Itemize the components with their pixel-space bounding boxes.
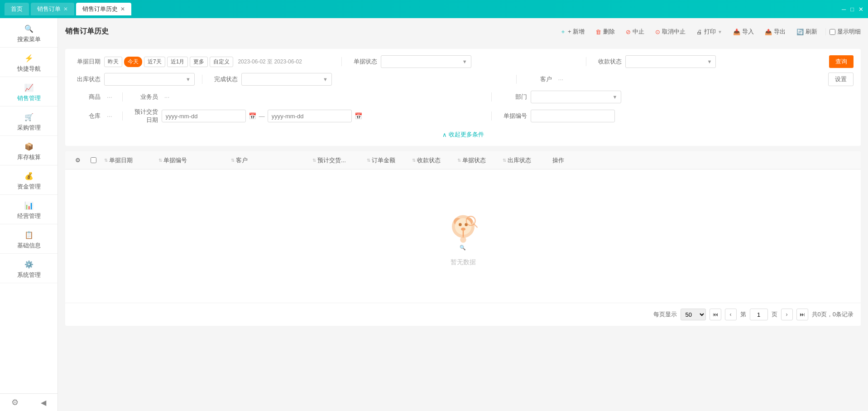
department-label: 部门 (499, 93, 531, 101)
docno-section: 单据编号 (499, 110, 854, 122)
outbound-status-label: 出库状态 (72, 75, 104, 83)
toolbar-divider (825, 28, 826, 35)
next-page-btn[interactable]: › (781, 309, 793, 320)
th-customer[interactable]: ⇅ 客户 (227, 156, 309, 164)
th-status[interactable]: ⇅ 单据状态 (454, 156, 499, 164)
settings-btn[interactable]: 设置 (828, 73, 854, 86)
svg-point-8 (460, 237, 466, 242)
select-all-checkbox[interactable] (91, 157, 96, 163)
delivery-date-label: 预计交货日期 (130, 108, 162, 124)
sidebar-item-inventory[interactable]: 📦 库存核算 (0, 136, 58, 165)
th-date[interactable]: ⇅ 单据日期 (101, 156, 155, 164)
delivery-date-to[interactable] (268, 110, 352, 122)
filter-sep-8 (491, 111, 492, 121)
window-actions: ─ □ ✕ (842, 6, 863, 13)
th-customer-label: 客户 (236, 156, 248, 164)
salesperson-btn[interactable]: ··· (162, 92, 173, 102)
delete-icon: 🗑 (595, 29, 601, 35)
docno-input[interactable] (531, 110, 615, 122)
receipt-status-select[interactable]: ▼ (625, 55, 716, 68)
filter-sep-1 (341, 57, 342, 66)
stop-label: 中止 (633, 28, 644, 36)
page-input[interactable] (750, 309, 768, 320)
tab-sales-order-history[interactable]: 销售订单历史 ✕ (76, 3, 131, 15)
stop-btn[interactable]: ⊘ 中止 (621, 25, 649, 38)
sidebar-collapse-btn[interactable]: ◀ (41, 398, 46, 407)
th-receipt[interactable]: ⇅ 收款状态 (408, 156, 454, 164)
outbound-status-select[interactable]: ▼ (104, 73, 195, 86)
sidebar-item-search[interactable]: 🔍 搜索菜单 (0, 18, 58, 48)
date-btn-1month[interactable]: 近1月 (167, 57, 188, 67)
th-checkbox[interactable] (86, 157, 101, 163)
sidebar-settings-btn[interactable]: ⚙ (11, 397, 19, 407)
per-page-select[interactable]: 50 100 200 (681, 309, 706, 320)
tab-home[interactable]: 首页 (5, 3, 29, 15)
th-docno[interactable]: ⇅ 单据编号 (155, 156, 227, 164)
sidebar-item-sales[interactable]: 📈 销售管理 (0, 77, 58, 106)
filter-sep-7 (122, 111, 123, 121)
customer-btn[interactable]: ··· (556, 75, 566, 84)
product-btn[interactable]: ··· (104, 92, 115, 102)
main-layout: 🔍 搜索菜单 ⚡ 快捷导航 📈 销售管理 🛒 采购管理 📦 库存核算 💰 资金管… (0, 18, 868, 411)
filter-row-4: 仓库 ··· 预计交货日期 📅 — 📅 单据编号 (72, 108, 854, 124)
completion-status-select[interactable]: ▼ (241, 73, 332, 86)
maximize-btn[interactable]: □ (850, 6, 854, 13)
sidebar-bottom: ⚙ ◀ (0, 393, 58, 411)
tab-sales-order-close[interactable]: ✕ (63, 6, 68, 12)
export-btn[interactable]: 📤 导出 (760, 25, 790, 38)
th-action: 操作 (549, 156, 856, 164)
delete-btn[interactable]: 🗑 删除 (591, 25, 619, 38)
department-arrow: ▼ (612, 94, 617, 100)
sidebar-item-finance[interactable]: 💰 资金管理 (0, 165, 58, 195)
tab-sales-order[interactable]: 销售订单 ✕ (31, 3, 74, 15)
calendar-icon-from[interactable]: 📅 (249, 112, 256, 120)
th-amount[interactable]: ⇅ 订单金额 (363, 156, 408, 164)
tab-sales-order-history-close[interactable]: ✕ (120, 6, 125, 12)
print-arrow: ▼ (718, 29, 722, 34)
th-outbound[interactable]: ⇅ 出库状态 (499, 156, 549, 164)
svg-line-11 (474, 224, 477, 227)
last-page-btn[interactable]: ⏭ (796, 309, 808, 320)
date-btn-custom[interactable]: 自定义 (210, 57, 233, 67)
minimize-btn[interactable]: ─ (842, 6, 846, 13)
prev-page-btn[interactable]: ‹ (725, 309, 737, 320)
delivery-date-from[interactable] (162, 110, 246, 122)
collapse-more-btn[interactable]: ∧ 收起更多条件 (72, 129, 854, 140)
tab-bar: 首页 销售订单 ✕ 销售订单历史 ✕ (5, 3, 842, 15)
print-btn[interactable]: 🖨 打印 ▼ (692, 25, 727, 38)
query-btn[interactable]: 查询 (829, 55, 854, 68)
display-detail-input[interactable] (830, 29, 835, 35)
display-detail-label: 显示明细 (837, 28, 861, 36)
empty-illustration: 🔍 (441, 206, 486, 251)
sidebar-item-operations[interactable]: 📊 经营管理 (0, 195, 58, 224)
new-btn[interactable]: ＋ + 新增 (556, 25, 589, 38)
import-btn[interactable]: 📥 导入 (729, 25, 758, 38)
sidebar-item-purchase[interactable]: 🛒 采购管理 (0, 106, 58, 136)
department-select[interactable]: ▼ (531, 91, 621, 103)
sidebar-item-system[interactable]: ⚙️ 系统管理 (0, 254, 58, 283)
close-btn[interactable]: ✕ (858, 6, 863, 13)
status-select[interactable]: ▼ (381, 55, 471, 68)
th-outbound-label: 出库状态 (508, 156, 531, 164)
display-detail-checkbox[interactable]: 显示明细 (830, 28, 861, 36)
warehouse-btn[interactable]: ··· (104, 111, 115, 121)
filter-area: 单据日期 昨天 今天 近7天 近1月 更多 自定义 2023-06-02 至 2… (65, 49, 861, 146)
first-page-btn[interactable]: ⏮ (710, 309, 721, 320)
th-amount-label: 订单金额 (372, 156, 395, 164)
th-status-label: 单据状态 (462, 156, 486, 164)
date-btn-more[interactable]: 更多 (190, 57, 208, 67)
th-delivery[interactable]: ⇅ 预计交货... (309, 156, 363, 164)
date-btn-7days[interactable]: 近7天 (144, 57, 165, 67)
filter-row-1: 单据日期 昨天 今天 近7天 近1月 更多 自定义 2023-06-02 至 2… (72, 55, 854, 68)
date-btn-yesterday[interactable]: 昨天 (104, 57, 122, 67)
date-btn-today[interactable]: 今天 (124, 57, 142, 67)
export-icon: 📤 (765, 29, 772, 35)
sidebar-item-basic-info[interactable]: 📋 基础信息 (0, 224, 58, 254)
calendar-icon-to[interactable]: 📅 (355, 112, 362, 120)
th-settings[interactable]: ⚙ (70, 157, 86, 164)
sidebar-item-quicknav[interactable]: ⚡ 快捷导航 (0, 48, 58, 77)
sort-icon-receipt: ⇅ (412, 158, 416, 163)
refresh-btn[interactable]: 🔄 刷新 (792, 25, 822, 38)
cancel-stop-btn[interactable]: ⊙ 取消中止 (651, 25, 690, 38)
doc-status-section: 单据状态 ▼ (349, 55, 579, 68)
